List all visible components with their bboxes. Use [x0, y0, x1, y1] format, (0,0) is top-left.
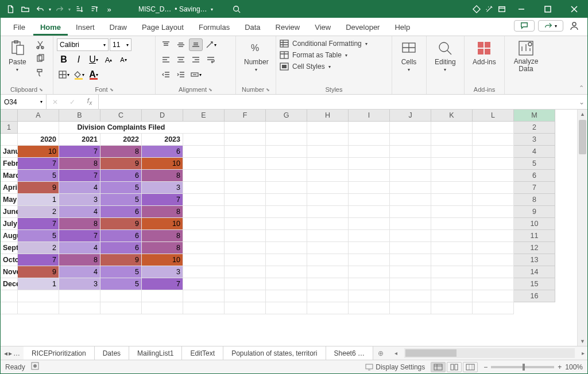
data-cell[interactable]: 6 [100, 242, 142, 254]
expand-formula-bar-icon[interactable]: ⌄ [576, 95, 587, 109]
row-header[interactable]: 11 [514, 230, 555, 242]
row-header[interactable]: 4 [514, 146, 555, 158]
data-cell[interactable]: 4 [59, 182, 100, 194]
shrink-font-icon[interactable]: A▾ [117, 53, 130, 66]
tab-page-layout[interactable]: Page Layout [135, 20, 191, 36]
font-color-icon[interactable]: A▾ [87, 68, 100, 81]
wand-icon[interactable] [483, 3, 496, 15]
column-header[interactable]: B [59, 110, 100, 122]
align-bottom-icon[interactable] [189, 38, 203, 51]
data-cell[interactable]: 8 [142, 230, 183, 242]
data-cell[interactable]: 4 [59, 266, 100, 278]
data-cell[interactable]: 7 [142, 194, 183, 206]
cut-icon[interactable] [33, 38, 47, 51]
view-page-layout-icon[interactable] [447, 362, 462, 372]
sheet-tab[interactable]: RICEPrioritization [24, 346, 95, 360]
cells-button[interactable]: Cells▾ [396, 38, 422, 73]
data-cell[interactable]: 10 [142, 158, 183, 170]
align-top-icon[interactable] [159, 38, 173, 51]
data-cell[interactable]: 7 [18, 218, 59, 230]
data-cell[interactable]: 4 [59, 206, 100, 218]
account-icon[interactable] [567, 18, 582, 33]
data-cell[interactable]: 2 [18, 242, 59, 254]
view-normal-icon[interactable] [431, 362, 446, 372]
row-header[interactable]: 12 [514, 242, 555, 254]
display-settings-button[interactable]: Display Settings [365, 363, 425, 371]
cell-styles-button[interactable]: Cell Styles▾ [280, 61, 331, 72]
data-cell[interactable]: 6 [100, 206, 142, 218]
diamond-icon[interactable] [470, 3, 483, 15]
bold-button[interactable]: B [57, 53, 71, 66]
tab-help[interactable]: Help [388, 20, 417, 36]
wrap-text-icon[interactable] [204, 53, 218, 66]
data-cell[interactable]: 7 [18, 254, 59, 266]
collapse-ribbon-icon[interactable]: ⌃ [579, 84, 584, 92]
sheet-nav-more-icon[interactable]: … [13, 349, 20, 357]
column-header[interactable]: J [390, 110, 431, 122]
data-cell[interactable]: 7 [59, 170, 100, 182]
sort-asc-icon[interactable] [73, 3, 86, 15]
data-cell[interactable]: 3 [59, 194, 100, 206]
data-cell[interactable]: 6 [142, 146, 183, 158]
row-header[interactable]: 1 [1, 122, 18, 134]
align-left-icon[interactable] [159, 53, 173, 66]
hscroll-right-icon[interactable]: ▸ [578, 346, 587, 360]
save-status[interactable]: • Saving… [175, 5, 207, 13]
format-as-table-button[interactable]: Format as Table▾ [280, 50, 347, 60]
tab-draw[interactable]: Draw [103, 20, 134, 36]
sort-desc-icon[interactable] [88, 3, 100, 15]
align-center-icon[interactable] [174, 53, 188, 66]
minimize-button[interactable] [508, 1, 535, 18]
maximize-button[interactable] [535, 1, 561, 18]
data-cell[interactable]: 10 [18, 146, 59, 158]
column-header[interactable]: H [307, 110, 349, 122]
data-cell[interactable]: 8 [59, 158, 100, 170]
tab-home[interactable]: Home [33, 20, 68, 36]
zoom-in-button[interactable]: + [558, 363, 562, 371]
column-header[interactable]: K [431, 110, 473, 122]
row-header[interactable]: 9 [514, 206, 555, 218]
align-middle-icon[interactable] [174, 38, 188, 51]
data-cell[interactable]: 3 [59, 278, 100, 290]
data-cell[interactable]: 10 [142, 254, 183, 266]
sheet-nav-prev-icon[interactable]: ◂ [4, 349, 7, 357]
tab-file[interactable]: File [6, 20, 32, 36]
close-button[interactable] [561, 1, 587, 18]
row-header[interactable]: 2 [514, 122, 555, 134]
column-header[interactable]: C [100, 110, 142, 122]
tab-insert[interactable]: Insert [69, 20, 102, 36]
font-size-selector[interactable]: 11▾ [110, 38, 131, 51]
sheet-nav-next-icon[interactable]: ▸ [9, 349, 12, 357]
data-cell[interactable]: 5 [100, 278, 142, 290]
data-cell[interactable]: 9 [100, 254, 142, 266]
data-cell[interactable]: 5 [100, 194, 142, 206]
save-status-dropdown[interactable]: ▾ [211, 7, 213, 12]
underline-button[interactable]: U▾ [87, 53, 100, 66]
paste-button[interactable]: Paste▾ [4, 38, 31, 73]
cancel-formula-icon[interactable]: ✕ [47, 98, 64, 106]
borders-icon[interactable]: ▾ [57, 68, 71, 81]
document-name[interactable]: MISC_D… [138, 5, 171, 13]
window-mode-icon[interactable] [496, 3, 508, 15]
data-cell[interactable]: 4 [59, 242, 100, 254]
new-file-icon[interactable] [4, 3, 17, 15]
sheet-tab[interactable]: Population of states, territori [223, 346, 326, 360]
sheet-tab[interactable]: EditText [182, 346, 223, 360]
data-cell[interactable]: 6 [100, 170, 142, 182]
column-header[interactable]: A [18, 110, 59, 122]
data-cell[interactable]: 3 [142, 182, 183, 194]
increase-indent-icon[interactable] [174, 68, 188, 81]
column-header[interactable]: I [349, 110, 390, 122]
row-header[interactable]: 13 [514, 254, 555, 266]
share-button[interactable]: ▾ [538, 20, 563, 32]
tab-review[interactable]: Review [269, 20, 307, 36]
tab-view[interactable]: View [308, 20, 338, 36]
fx-icon[interactable]: fx [81, 97, 98, 106]
sheet-tab[interactable]: Dates [95, 346, 129, 360]
align-right-icon[interactable] [189, 53, 203, 66]
tab-developer[interactable]: Developer [339, 20, 386, 36]
zoom-slider[interactable] [491, 366, 554, 368]
search-icon[interactable] [230, 3, 243, 15]
data-cell[interactable]: 1 [18, 278, 59, 290]
font-name-selector[interactable]: Calibri▾ [57, 38, 109, 51]
